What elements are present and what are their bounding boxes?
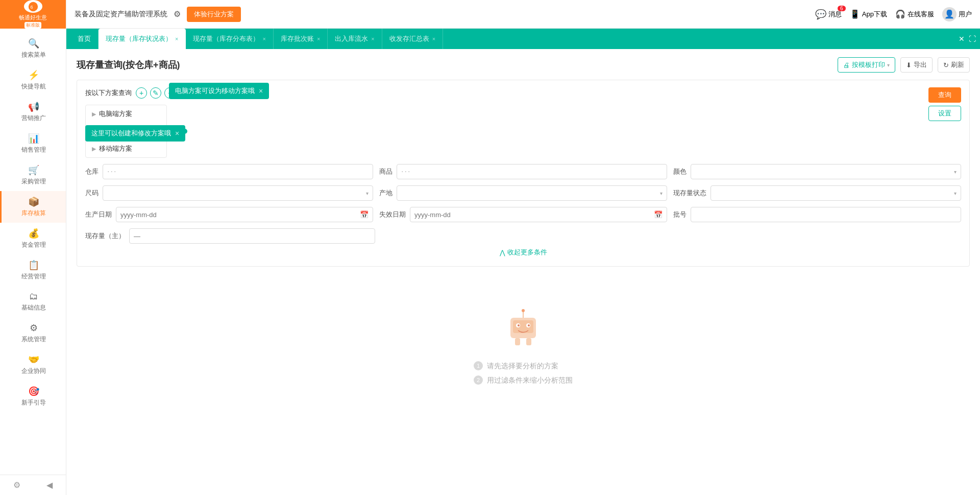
- sidebar-item-label: 库存核算: [21, 209, 46, 218]
- sidebar-item-system[interactable]: ⚙ 系统管理: [0, 317, 66, 349]
- field-stock-status: 现存量状态 ▾: [673, 185, 961, 201]
- export-icon: ⬇: [906, 61, 912, 69]
- message-badge: 6: [838, 6, 846, 11]
- sidebar-item-label: 新手引导: [21, 398, 46, 407]
- page-content: 现存量查询(按仓库+商品) 🖨 按模板打印 ▾ ⬇ 导出 ↻ 刷新: [66, 49, 980, 495]
- collapse-button[interactable]: ◀: [46, 480, 53, 490]
- filter-area: 按以下方案查询 + ✎ « 电脑方案可设为移动方案哦 ×: [77, 80, 970, 267]
- sidebar-item-sales[interactable]: 📊 销售管理: [0, 128, 66, 159]
- svg-rect-11: [526, 338, 531, 345]
- sidebar-item-enterprise[interactable]: 🤝 企业协同: [0, 349, 66, 381]
- tab-close-receipt-summary[interactable]: ×: [432, 36, 435, 42]
- produce-date-input-wrap: 📅: [116, 207, 373, 222]
- tab-batch-ledger[interactable]: 库存批次账 ×: [274, 29, 328, 49]
- logo-text: 畅通好生意: [19, 14, 47, 21]
- stock-status-label: 现存量状态: [673, 188, 706, 198]
- export-label: 导出: [914, 60, 927, 69]
- refresh-icon: ↻: [943, 61, 949, 69]
- reset-button[interactable]: 设置: [928, 106, 961, 121]
- sidebar-item-marketing[interactable]: 📢 营销推广: [0, 96, 66, 128]
- sidebar-item-label: 采购管理: [21, 177, 46, 186]
- sidebar-item-finance[interactable]: 💰 资金管理: [0, 223, 66, 254]
- tab-inventory-dist[interactable]: 现存量（库存分布表） ×: [186, 29, 273, 49]
- inventory-icon: 📦: [28, 196, 39, 207]
- expire-date-label: 失效日期: [379, 210, 406, 219]
- field-goods: 商品 ···: [379, 164, 667, 179]
- industry-btn[interactable]: 体验行业方案: [187, 7, 241, 22]
- tab-inventory-status[interactable]: 现存量（库存状况表） ×: [99, 29, 186, 49]
- empty-step-2: 2 用过滤条件来缩小分析范围: [474, 373, 573, 387]
- tab-home[interactable]: 首页: [70, 29, 99, 49]
- main-area: 装备及固定资产辅助管理系统 ⚙ 体验行业方案 💬 消息 6 📱 App下载 🎧 …: [66, 0, 980, 495]
- tab-in-out-flow[interactable]: 出入库流水 ×: [328, 29, 382, 49]
- batch-no-label: 批号: [673, 210, 687, 219]
- field-expire-date: 失效日期 📅: [379, 207, 667, 222]
- page-inner: 现存量查询(按仓库+商品) 🖨 按模板打印 ▾ ⬇ 导出 ↻ 刷新: [66, 49, 980, 495]
- user-item[interactable]: 👤 用户: [942, 7, 972, 21]
- chevron-up-icon: ⋀: [500, 249, 505, 256]
- app-download-item[interactable]: 📱 App下载: [850, 9, 887, 19]
- sidebar-item-inventory[interactable]: 📦 库存核算: [0, 191, 66, 223]
- origin-label: 产地: [379, 188, 393, 198]
- sidebar-item-purchase[interactable]: 🛒 采购管理: [0, 159, 66, 191]
- empty-state: 1 请先选择要分析的方案 2 用过滤条件来缩小分析范围: [77, 267, 970, 418]
- search-button[interactable]: 查询: [928, 87, 961, 103]
- scheme-desktop-label: 电脑端方案: [99, 109, 132, 119]
- sidebar-item-search[interactable]: 🔍 搜索菜单: [0, 33, 66, 64]
- sidebar-item-basic[interactable]: 🗂 基础信息: [0, 286, 66, 317]
- field-origin: 产地 ▾: [379, 185, 667, 201]
- stock-qty-min-input[interactable]: [134, 232, 371, 240]
- scheme-item-desktop[interactable]: ▶ 电脑端方案: [86, 105, 166, 123]
- svg-point-7: [528, 324, 530, 326]
- stock-qty-input-wrap: [129, 228, 375, 244]
- collapse-bar[interactable]: ⋀ 收起更多条件: [85, 244, 961, 259]
- tab-close-inventory-status[interactable]: ×: [175, 36, 178, 42]
- tab-close-in-out-flow[interactable]: ×: [371, 36, 374, 42]
- tooltip-pc-close[interactable]: ×: [259, 87, 263, 95]
- system-icon: ⚙: [30, 322, 38, 334]
- svg-text:6: 6: [30, 4, 33, 9]
- sidebar-item-quick[interactable]: ⚡ 快捷导航: [0, 64, 66, 96]
- sidebar-item-label: 企业协同: [21, 367, 46, 375]
- message-icon-item[interactable]: 💬 消息 6: [815, 9, 842, 20]
- header-settings-icon[interactable]: ⚙: [174, 9, 181, 19]
- export-button[interactable]: ⬇ 导出: [900, 57, 933, 73]
- header-right: 💬 消息 6 📱 App下载 🎧 在线客服 👤 用户: [815, 7, 972, 21]
- tab-receipt-summary[interactable]: 收发存汇总表 ×: [382, 29, 443, 49]
- field-batch-no: 批号: [673, 207, 961, 222]
- sales-icon: 📊: [28, 133, 39, 144]
- template-print-button[interactable]: 🖨 按模板打印 ▾: [838, 57, 895, 73]
- expire-date-input[interactable]: [414, 211, 652, 219]
- sidebar-item-operation[interactable]: 📋 经营管理: [0, 254, 66, 286]
- sidebar-badge: 标准版: [24, 22, 41, 29]
- tab-close-all-icon[interactable]: ✕: [959, 35, 965, 43]
- origin-dropdown-icon: ▾: [660, 191, 663, 196]
- size-input-wrap: ▾: [103, 185, 373, 201]
- scheme-item-mobile[interactable]: ▶ 移动端方案: [86, 140, 166, 157]
- field-warehouse: 仓库 ···: [85, 164, 373, 179]
- tab-fullscreen-icon[interactable]: ⛶: [969, 35, 976, 43]
- template-print-label: 按模板打印: [852, 60, 885, 69]
- produce-date-input[interactable]: [120, 211, 358, 219]
- online-service-item[interactable]: 🎧 在线客服: [895, 9, 934, 19]
- tab-in-out-flow-label: 出入库流水: [335, 34, 368, 43]
- tabs-bar: 首页 现存量（库存状况表） × 现存量（库存分布表） × 库存批次账 × 出入库…: [66, 29, 980, 49]
- guide-icon: 🎯: [28, 386, 39, 397]
- add-scheme-button[interactable]: +: [136, 87, 147, 99]
- settings-button[interactable]: ⚙: [13, 480, 20, 490]
- filter-row-1: 仓库 ··· 商品 ··· 颜色: [85, 164, 961, 179]
- svg-rect-3: [513, 320, 533, 333]
- batch-no-input[interactable]: [695, 211, 957, 219]
- tab-close-batch-ledger[interactable]: ×: [317, 36, 320, 42]
- sidebar-item-label: 搜索菜单: [21, 51, 46, 59]
- origin-input-wrap: ▾: [397, 185, 667, 201]
- step-1-text: 请先选择要分析的方案: [487, 359, 558, 373]
- sidebar-item-guide[interactable]: 🎯 新手引导: [0, 381, 66, 412]
- marketing-icon: 📢: [28, 101, 39, 112]
- svg-point-0: [28, 2, 37, 11]
- scheme-section: ▶ 电脑端方案 接商品 ▶ 移动端方案: [85, 105, 961, 158]
- refresh-button[interactable]: ↻ 刷新: [938, 57, 970, 73]
- tooltip-create-close[interactable]: ×: [175, 129, 179, 137]
- tab-close-inventory-dist[interactable]: ×: [262, 36, 265, 42]
- edit-scheme-button[interactable]: ✎: [150, 87, 161, 99]
